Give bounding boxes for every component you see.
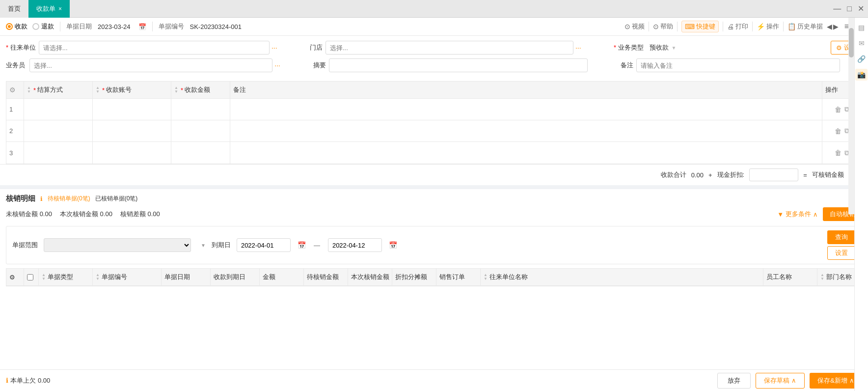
- filter-icon: ▼: [777, 211, 784, 218]
- shortcut-icon: ⌨: [685, 23, 695, 30]
- business-type-value[interactable]: 预收款: [650, 43, 669, 52]
- operation-btn[interactable]: ⚡ 操作: [757, 22, 779, 31]
- payment-table: ⚙ ▲▼ * 结算方式 ▲▼ * 收款账号 ▲▼ * 收款金额 备注 操作: [6, 81, 862, 164]
- td-amount-1[interactable]: [171, 99, 230, 120]
- notes-input[interactable]: [636, 58, 840, 72]
- tab-home[interactable]: 首页: [0, 0, 28, 18]
- settings-gear-icon: ⚙: [836, 44, 842, 52]
- number-value: SK-20230324-001: [190, 23, 242, 30]
- divider-6: [752, 22, 753, 31]
- td-settlement-1[interactable]: [24, 99, 93, 120]
- td-account-3[interactable]: [93, 142, 171, 164]
- staff-more-btn[interactable]: ···: [274, 61, 280, 69]
- shortcut-btn[interactable]: ⌨ 快捷键: [681, 21, 719, 32]
- store-input[interactable]: [326, 41, 573, 55]
- table-gear-icon[interactable]: ⚙: [9, 86, 16, 94]
- bottom-table: ⚙ ▲▼ 单据类型 ▲▼ 单据编号 单据日期 收款到期日: [6, 268, 862, 286]
- td-account-2[interactable]: [93, 120, 171, 141]
- nav-arrows: ◀ ▶: [827, 23, 839, 30]
- table-row: 1 🗑 ⧉: [6, 99, 862, 120]
- print-btn[interactable]: 🖨 打印: [727, 22, 748, 31]
- bth-due-date: 收款到期日: [211, 269, 260, 285]
- sidebar-camera-icon[interactable]: 📸: [855, 69, 868, 81]
- calendar-icon-1[interactable]: 📅: [138, 23, 146, 30]
- video-icon: ⊙: [624, 23, 630, 30]
- radio-tuikuan[interactable]: 退款: [32, 22, 54, 31]
- minimize-icon[interactable]: —: [833, 4, 841, 13]
- done-tag[interactable]: 已核销单据(0笔): [95, 195, 138, 203]
- td-settlement-2[interactable]: [24, 120, 93, 141]
- td-note-3[interactable]: [230, 142, 822, 164]
- date-to-input[interactable]: [328, 238, 382, 252]
- video-btn[interactable]: ⊙ 视频: [624, 22, 645, 31]
- operation-icon: ⚡: [757, 23, 765, 30]
- calendar-icon-2[interactable]: 📅: [298, 241, 306, 249]
- nav-prev-icon[interactable]: ◀: [827, 23, 832, 30]
- td-note-1[interactable]: [230, 99, 822, 120]
- hexiao-section: 核销明细 ℹ 待核销单据(0笔) 已核销单据(0笔) 未核销金额 0.00 本次…: [0, 189, 868, 291]
- bottom-gear-icon[interactable]: ⚙: [9, 274, 15, 281]
- store-more-btn[interactable]: ···: [575, 44, 581, 52]
- td-amount-2[interactable]: [171, 120, 230, 141]
- divider-1: [60, 22, 60, 31]
- table-header: ⚙ ▲▼ * 结算方式 ▲▼ * 收款账号 ▲▼ * 收款金额 备注 操作: [6, 82, 862, 99]
- date-value[interactable]: 2023-03-24: [98, 23, 131, 30]
- discard-btn[interactable]: 放弃: [717, 373, 751, 389]
- summary-input[interactable]: [329, 58, 588, 72]
- counter-party-label: 往来单位: [6, 43, 39, 52]
- more-conditions-btn[interactable]: ▼ 更多条件 ∧: [777, 210, 818, 219]
- tab-close-icon[interactable]: ×: [58, 5, 62, 12]
- radio-tuikuan-dot: [32, 23, 39, 30]
- main-area: 收款 退款 单据日期 2023-03-24 📅 单据编号 SK-20230324…: [0, 18, 868, 391]
- delete-icon-1[interactable]: 🗑: [835, 106, 841, 113]
- type-radio-group: 收款 退款: [6, 22, 54, 31]
- scroll-thumb[interactable]: [849, 28, 854, 57]
- filter-settings-btn[interactable]: 设置: [827, 246, 856, 260]
- help-btn[interactable]: ⊙ 帮助: [653, 22, 673, 31]
- bth-sales-order: 销售订单: [436, 269, 481, 285]
- td-account-1[interactable]: [93, 99, 171, 120]
- footer-info: ℹ 本单上欠 0.00: [6, 376, 50, 385]
- td-settlement-3[interactable]: [24, 142, 93, 164]
- history-btn[interactable]: 📋 历史单据: [787, 22, 823, 31]
- discount-label: 现金折扣:: [717, 170, 745, 179]
- counter-party-more-btn[interactable]: ···: [271, 44, 277, 52]
- query-btn[interactable]: 查询: [827, 230, 856, 244]
- counter-party-input[interactable]: [39, 41, 270, 55]
- bth-settings[interactable]: ⚙: [6, 269, 24, 285]
- chevron-up-icon: ∧: [813, 211, 818, 218]
- sidebar-mail-icon[interactable]: ✉: [857, 37, 867, 49]
- range-select[interactable]: [44, 238, 191, 252]
- nav-next-icon[interactable]: ▶: [833, 23, 839, 30]
- hexiao-info-icon[interactable]: ℹ: [40, 196, 43, 202]
- td-note-2[interactable]: [230, 120, 822, 141]
- maximize-icon[interactable]: □: [847, 4, 852, 13]
- th-settings[interactable]: ⚙: [6, 82, 24, 98]
- tab-active[interactable]: 收款单 ×: [28, 0, 70, 18]
- td-amount-3[interactable]: [171, 142, 230, 164]
- sidebar-link-icon[interactable]: 🔗: [855, 53, 868, 65]
- pending-tag[interactable]: 待核销单据(0笔): [48, 195, 90, 203]
- staff-input[interactable]: [29, 58, 272, 72]
- footer-info-icon[interactable]: ℹ: [6, 377, 8, 384]
- discount-input[interactable]: [749, 168, 798, 181]
- range-arrow-icon: ▼: [201, 243, 206, 248]
- counter-party-field: 往来单位 ···: [6, 41, 277, 55]
- staff-label: 业务员: [6, 61, 29, 70]
- scroll-track[interactable]: [848, 18, 854, 214]
- tab-bar-right: — □ ✕: [833, 4, 868, 13]
- bth-checkbox[interactable]: [24, 269, 39, 285]
- date-from-input[interactable]: [237, 238, 291, 252]
- draft-btn[interactable]: 保存草稿 ∧: [756, 373, 805, 389]
- divider-2: [152, 22, 153, 31]
- close-icon[interactable]: ✕: [858, 4, 864, 13]
- select-all-checkbox[interactable]: [27, 274, 33, 280]
- due-label: 到期日: [212, 241, 231, 250]
- delete-icon-2[interactable]: 🗑: [835, 127, 841, 135]
- td-num-3: 3: [6, 142, 24, 164]
- delete-icon-3[interactable]: 🗑: [835, 149, 841, 157]
- radio-shoukuan[interactable]: 收款: [6, 22, 27, 31]
- calendar-icon-3[interactable]: 📅: [389, 241, 397, 249]
- save-btn-label: 保存&新增: [817, 376, 847, 385]
- sidebar-table-icon[interactable]: ▤: [856, 22, 867, 33]
